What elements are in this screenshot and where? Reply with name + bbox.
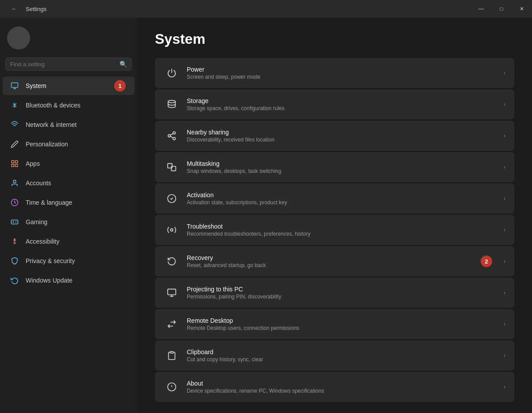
projecting-chevron: › bbox=[504, 290, 505, 296]
settings-row-clipboard[interactable]: Clipboard Cut and copy history, sync, cl… bbox=[155, 340, 514, 371]
svg-point-12 bbox=[173, 138, 176, 140]
sidebar-item-label-gaming: Gaming bbox=[26, 218, 47, 226]
svg-rect-1 bbox=[12, 161, 14, 163]
settings-row-multitasking[interactable]: Multitasking Snap windows, desktops, tas… bbox=[155, 152, 514, 182]
window-controls: — □ ✕ bbox=[471, 0, 532, 18]
svg-rect-0 bbox=[12, 83, 18, 88]
settings-row-about[interactable]: About Device specifications, rename PC, … bbox=[155, 372, 514, 402]
sidebar-item-network[interactable]: Network & internet bbox=[3, 115, 135, 134]
privacy-icon bbox=[10, 256, 19, 266]
power-title: Power bbox=[187, 66, 499, 73]
multitasking-subtitle: Snap windows, desktops, task switching bbox=[187, 168, 499, 174]
clipboard-title: Clipboard bbox=[187, 348, 499, 356]
back-button[interactable]: ← bbox=[7, 0, 21, 18]
settings-row-nearby[interactable]: Nearby sharing Discoverability, received… bbox=[155, 121, 514, 151]
sidebar-item-label-time: Time & language bbox=[26, 199, 72, 206]
annotation-badge-1: 1 bbox=[114, 80, 126, 92]
sidebar-item-label-privacy: Privacy & security bbox=[26, 257, 75, 264]
sidebar-profile bbox=[0, 18, 137, 54]
svg-rect-7 bbox=[12, 220, 18, 224]
sidebar-item-label-update: Windows Update bbox=[26, 277, 73, 284]
maximize-button[interactable]: □ bbox=[491, 0, 512, 18]
activation-chevron: › bbox=[504, 195, 505, 202]
svg-rect-4 bbox=[15, 164, 18, 167]
titlebar: ← Settings — □ ✕ bbox=[0, 0, 532, 18]
sidebar-item-label-accounts: Accounts bbox=[26, 180, 51, 187]
sidebar-item-personalization[interactable]: Personalization bbox=[3, 135, 135, 153]
bluetooth-icon bbox=[10, 100, 19, 110]
projecting-title: Projecting to this PC bbox=[187, 286, 499, 293]
search-box[interactable]: 🔍 bbox=[5, 57, 132, 71]
sidebar-item-time[interactable]: Time & language bbox=[3, 193, 135, 212]
sidebar-item-label-network: Network & internet bbox=[26, 121, 77, 128]
svg-rect-19 bbox=[168, 289, 176, 295]
svg-point-18 bbox=[170, 229, 173, 231]
settings-row-activation[interactable]: Activation Activation state, subscriptio… bbox=[155, 184, 514, 214]
settings-row-projecting[interactable]: Projecting to this PC Permissions, pairi… bbox=[155, 278, 514, 308]
recovery-icon bbox=[164, 253, 180, 269]
troubleshoot-title: Troubleshoot bbox=[187, 223, 499, 230]
about-icon bbox=[164, 379, 180, 395]
projecting-subtitle: Permissions, pairing PIN, discoverabilit… bbox=[187, 294, 499, 300]
sidebar-item-label-accessibility: Accessibility bbox=[26, 238, 59, 245]
minimize-button[interactable]: — bbox=[471, 0, 491, 18]
sidebar-item-privacy[interactable]: Privacy & security bbox=[3, 252, 135, 270]
settings-row-recovery[interactable]: Recovery Reset, advanced startup, go bac… bbox=[155, 246, 514, 276]
activation-title: Activation bbox=[187, 191, 499, 199]
power-chevron: › bbox=[504, 70, 505, 76]
apps-icon bbox=[10, 159, 19, 168]
about-chevron: › bbox=[504, 384, 505, 390]
nearby-icon bbox=[164, 128, 180, 144]
page-title: System bbox=[155, 31, 514, 47]
storage-chevron: › bbox=[504, 101, 505, 107]
troubleshoot-text: Troubleshoot Recommended troubleshooters… bbox=[187, 223, 499, 237]
svg-line-14 bbox=[170, 134, 173, 135]
about-subtitle: Device specifications, rename PC, Window… bbox=[187, 388, 499, 394]
recovery-chevron: › bbox=[504, 258, 505, 264]
search-input[interactable] bbox=[10, 61, 116, 68]
settings-row-remote-desktop[interactable]: Remote Desktop Remote Desktop users, con… bbox=[155, 309, 514, 339]
svg-point-9 bbox=[168, 100, 176, 103]
accessibility-icon bbox=[10, 237, 19, 246]
settings-row-troubleshoot[interactable]: Troubleshoot Recommended troubleshooters… bbox=[155, 215, 514, 245]
clipboard-text: Clipboard Cut and copy history, sync, cl… bbox=[187, 348, 499, 363]
sidebar-item-gaming[interactable]: Gaming bbox=[3, 213, 135, 231]
sidebar-item-accessibility[interactable]: Accessibility bbox=[3, 232, 135, 251]
recovery-text: Recovery Reset, advanced startup, go bac… bbox=[187, 254, 499, 268]
settings-row-storage[interactable]: Storage Storage space, drives, configura… bbox=[155, 89, 514, 119]
clipboard-icon bbox=[164, 348, 180, 363]
troubleshoot-chevron: › bbox=[504, 227, 505, 233]
sidebar-item-label-system: System bbox=[26, 82, 46, 89]
storage-icon bbox=[164, 96, 180, 112]
nearby-title: Nearby sharing bbox=[187, 129, 499, 136]
recovery-title: Recovery bbox=[187, 254, 499, 261]
sidebar-item-accounts[interactable]: Accounts bbox=[3, 174, 135, 192]
sidebar-item-update[interactable]: Windows Update bbox=[3, 271, 135, 290]
recovery-subtitle: Reset, advanced startup, go back bbox=[187, 262, 499, 268]
troubleshoot-subtitle: Recommended troubleshooters, preferences… bbox=[187, 231, 499, 237]
svg-line-13 bbox=[170, 136, 173, 138]
nearby-chevron: › bbox=[504, 133, 505, 139]
about-text: About Device specifications, rename PC, … bbox=[187, 380, 499, 394]
activation-icon bbox=[164, 191, 180, 206]
power-subtitle: Screen and sleep, power mode bbox=[187, 74, 499, 80]
projecting-icon bbox=[164, 285, 180, 301]
sidebar-item-system[interactable]: System 1 bbox=[3, 76, 135, 95]
multitasking-text: Multitasking Snap windows, desktops, tas… bbox=[187, 160, 499, 174]
nearby-subtitle: Discoverability, received files location bbox=[187, 137, 499, 143]
settings-row-power[interactable]: Power Screen and sleep, power mode › bbox=[155, 58, 514, 88]
svg-point-10 bbox=[173, 132, 176, 134]
time-icon bbox=[10, 198, 19, 207]
avatar bbox=[7, 27, 30, 50]
close-button[interactable]: ✕ bbox=[512, 0, 532, 18]
activation-subtitle: Activation state, subscriptions, product… bbox=[187, 199, 499, 206]
remote-desktop-text: Remote Desktop Remote Desktop users, con… bbox=[187, 317, 499, 331]
svg-rect-22 bbox=[170, 352, 173, 353]
sidebar: 🔍 System 1 Bluetooth & devices Network &… bbox=[0, 18, 137, 413]
accounts-icon bbox=[10, 178, 19, 188]
sidebar-item-apps[interactable]: Apps bbox=[3, 154, 135, 173]
sidebar-item-label-personalization: Personalization bbox=[26, 141, 68, 148]
nearby-text: Nearby sharing Discoverability, received… bbox=[187, 129, 499, 143]
sidebar-item-bluetooth[interactable]: Bluetooth & devices bbox=[3, 96, 135, 115]
personalization-icon bbox=[10, 139, 19, 149]
